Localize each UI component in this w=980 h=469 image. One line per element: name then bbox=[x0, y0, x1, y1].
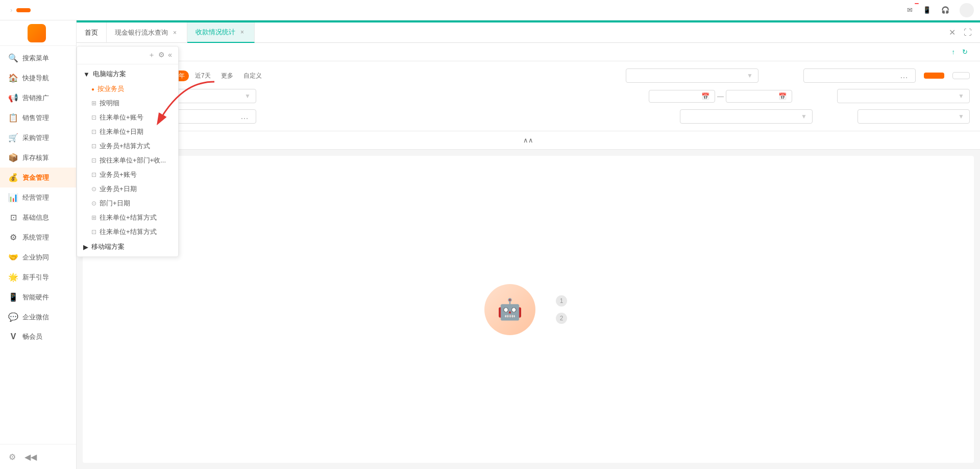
wechat-icon: 💬 bbox=[8, 312, 18, 322]
tree-item-salesperson-settle[interactable]: ⊡ 业务员+结算方式 bbox=[77, 139, 178, 153]
sidebar-item-purchase[interactable]: 🛒 采购管理 bbox=[0, 128, 76, 148]
bill-status-select[interactable]: ▼ bbox=[837, 89, 970, 103]
page-header: ↑ ↻ bbox=[77, 43, 980, 61]
messages-btn[interactable]: ✉ bbox=[907, 6, 915, 14]
scheme-icon-10: ⊡ bbox=[91, 228, 96, 236]
tab-home[interactable]: 首页 bbox=[77, 22, 107, 43]
scheme-icon-9: ⊞ bbox=[91, 214, 96, 221]
tree-group-mobile[interactable]: ▶ 移动端方案 bbox=[77, 239, 178, 254]
sidebar-item-smart-hw[interactable]: 📱 智能硬件 bbox=[0, 287, 76, 307]
sidebar-item-label: 畅会员 bbox=[22, 332, 42, 341]
tab-receipt-stats[interactable]: 收款情况统计 × bbox=[187, 22, 255, 43]
sidebar-item-enterprise[interactable]: 🤝 企业协同 bbox=[0, 247, 76, 267]
phone-icon: 📱 bbox=[923, 6, 931, 14]
export-icon: ↑ bbox=[952, 48, 955, 56]
sidebar-bottom: ⚙ ◀◀ bbox=[0, 444, 76, 469]
home-icon: 🏠 bbox=[8, 73, 18, 83]
tree-item-party-dept-collect[interactable]: ⊡ 按往来单位+部门+收... bbox=[77, 153, 178, 168]
review-date-to[interactable]: 📅 bbox=[726, 90, 792, 103]
scheme-icon-8: ⊙ bbox=[91, 200, 96, 207]
query-btn[interactable] bbox=[924, 73, 944, 79]
sidebar-item-system[interactable]: ⚙ 系统管理 bbox=[0, 227, 76, 247]
tree-item-party-settle2[interactable]: ⊡ 往来单位+结算方式 bbox=[77, 225, 178, 239]
sidebar-item-label: 基础信息 bbox=[22, 213, 49, 222]
sidebar-item-label: 采购管理 bbox=[22, 133, 49, 143]
tree-item-party-account[interactable]: ⊡ 往来单位+账号 bbox=[77, 110, 178, 125]
add-scheme-icon[interactable]: ＋ bbox=[148, 51, 155, 60]
sidebar-item-operation[interactable]: 📊 经营管理 bbox=[0, 187, 76, 207]
tree-group-desktop[interactable]: ▼ 电脑端方案 bbox=[77, 66, 178, 82]
tree-item-salesperson-date[interactable]: ⊙ 业务员+日期 bbox=[77, 182, 178, 196]
settings-bottom-btn[interactable]: ⚙ bbox=[5, 450, 19, 464]
chevron-down-icon: ▼ bbox=[747, 72, 753, 79]
settings-btn[interactable] bbox=[952, 72, 970, 79]
empty-steps: 1 2 bbox=[556, 295, 572, 324]
finance-icon: 💰 bbox=[8, 173, 18, 182]
sidebar-item-search[interactable]: 🔍 搜索菜单 bbox=[0, 48, 76, 68]
date-tab-custom[interactable]: 自定义 bbox=[239, 71, 266, 81]
tree-item-detail[interactable]: ⊞ 按明细 bbox=[77, 96, 178, 110]
refresh-btn[interactable]: ↻ bbox=[962, 48, 970, 56]
review-date-from[interactable]: 📅 bbox=[649, 90, 715, 103]
filter-row-3: … ▼ ▼ bbox=[87, 109, 970, 124]
tree-item-party-settle1[interactable]: ⊞ 往来单位+结算方式 bbox=[77, 210, 178, 225]
empty-illustration: 🤖 bbox=[484, 284, 535, 335]
tab-bank-flow[interactable]: 现金银行流水查询 × bbox=[107, 22, 187, 43]
settings-scheme-icon[interactable]: ⚙ bbox=[158, 51, 165, 60]
tab-expand-btn[interactable]: ⛶ bbox=[962, 26, 974, 39]
date-tab-more[interactable]: 更多 bbox=[217, 71, 237, 81]
sidebar: 🔍 搜索菜单 🏠 快捷导航 📢 营销推广 📋 销售管理 🛒 采购管理 📦 bbox=[0, 20, 77, 469]
sidebar-item-basic[interactable]: ⊡ 基础信息 bbox=[0, 207, 76, 227]
system-icon: ⚙ bbox=[8, 232, 18, 242]
more-icon-2[interactable]: … bbox=[238, 112, 251, 121]
tree-item-salesperson-account[interactable]: ⊡ 业务员+账号 bbox=[77, 168, 178, 182]
trial-btn[interactable] bbox=[16, 8, 31, 12]
vip-icon: V bbox=[8, 332, 18, 341]
salesperson-select[interactable]: … bbox=[803, 68, 916, 83]
business-type-select[interactable]: ▼ bbox=[857, 109, 970, 124]
sidebar-item-label: 新手引导 bbox=[22, 273, 49, 282]
sidebar-item-quick-nav[interactable]: 🏠 快捷导航 bbox=[0, 68, 76, 88]
tab-close-btn[interactable]: ✕ bbox=[947, 26, 958, 39]
sidebar-item-wechat[interactable]: 💬 企业微信 bbox=[0, 307, 76, 327]
export-btn[interactable]: ↑ bbox=[952, 48, 958, 56]
collapse-panel-icon[interactable]: « bbox=[168, 51, 172, 60]
user-avatar[interactable] bbox=[960, 3, 974, 17]
service-icon: 🎧 bbox=[941, 6, 949, 14]
scheme-icon-5: ⊡ bbox=[91, 157, 96, 164]
filter-row-1: 上月 本月 本年 近7天 更多 自定义 ▼ bbox=[87, 68, 970, 83]
guide-icon: 🌟 bbox=[8, 272, 18, 282]
scheme-icon-4: ⊡ bbox=[91, 143, 96, 150]
collapse-bar[interactable]: ∧∧ bbox=[77, 131, 980, 150]
sidebar-item-vip[interactable]: V 畅会员 bbox=[0, 327, 76, 346]
counter-party-category-select[interactable]: ▼ bbox=[680, 109, 813, 124]
panel-actions: ＋ ⚙ « bbox=[148, 51, 172, 60]
content-area: 首页 现金银行流水查询 × 收款情况统计 × ✕ ⛶ ↑ bbox=[77, 20, 980, 469]
tab-bar: 首页 现金银行流水查询 × 收款情况统计 × ✕ ⛶ bbox=[77, 22, 980, 43]
group-label-mobile: 移动端方案 bbox=[91, 242, 125, 251]
tree-item-party-date[interactable]: ⊡ 往来单位+日期 bbox=[77, 125, 178, 139]
scheme-icon-3: ⊡ bbox=[91, 128, 96, 135]
warehouse-icon: 📦 bbox=[8, 153, 18, 162]
sidebar-item-warehouse[interactable]: 📦 库存核算 bbox=[0, 148, 76, 168]
tab-receipt-stats-close[interactable]: × bbox=[238, 28, 246, 37]
page-actions: ↑ ↻ bbox=[952, 48, 970, 56]
tab-bank-flow-close[interactable]: × bbox=[171, 28, 179, 37]
expand-icon-mobile: ▶ bbox=[83, 243, 88, 251]
online-service-btn[interactable]: 🎧 bbox=[941, 6, 951, 14]
sidebar-item-guide[interactable]: 🌟 新手引导 bbox=[0, 267, 76, 287]
sidebar-item-label: 快捷导航 bbox=[22, 74, 49, 83]
chevron-down-icon-5: ▼ bbox=[958, 113, 964, 120]
review-date-group: 📅 — 📅 bbox=[649, 90, 792, 103]
bill-type-select[interactable]: ▼ bbox=[626, 68, 758, 83]
sidebar-item-label: 库存核算 bbox=[22, 153, 49, 162]
date-tab-7days[interactable]: 近7天 bbox=[191, 71, 215, 81]
sidebar-item-sales[interactable]: 📋 销售管理 bbox=[0, 108, 76, 128]
collapse-sidebar-btn[interactable]: ◀◀ bbox=[23, 450, 38, 464]
tree-item-by-salesperson[interactable]: ● 按业务员 bbox=[77, 82, 178, 96]
app-download-btn[interactable]: 📱 bbox=[923, 6, 933, 14]
sidebar-item-marketing[interactable]: 📢 营销推广 bbox=[0, 88, 76, 108]
sidebar-item-finance[interactable]: 💰 资金管理 bbox=[0, 168, 76, 187]
more-icon[interactable]: … bbox=[898, 71, 910, 80]
tree-item-dept-date[interactable]: ⊙ 部门+日期 bbox=[77, 196, 178, 210]
